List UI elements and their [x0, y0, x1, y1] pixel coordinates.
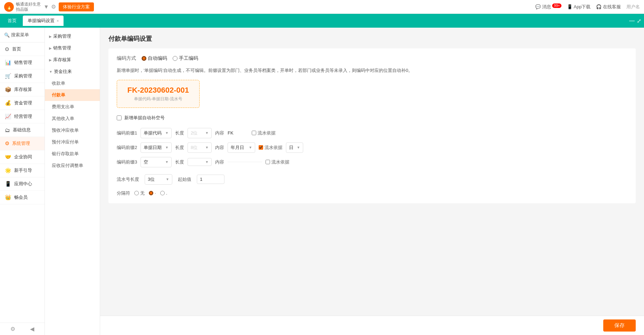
prefix2-content-select[interactable]: 年月日 ▼: [228, 142, 255, 153]
sidebar-item-system[interactable]: ⚙ 系统管理: [0, 137, 45, 150]
prefix1-len-arrow-icon: ▼: [205, 131, 209, 135]
sidebar-item-inventory[interactable]: 📦 库存核算: [0, 83, 45, 96]
auto-encode-input[interactable]: [142, 56, 146, 61]
prefix3-stream-input[interactable]: [266, 160, 270, 164]
manual-encode-radio[interactable]: 手工编码: [173, 55, 198, 62]
tab-close-icon[interactable]: ×: [57, 19, 59, 23]
sep-dot-radio[interactable]: ·: [149, 190, 156, 196]
topbar-left: 🔥 畅通道好生意 拍品版 ▼ ⚙ 体验行业方案: [4, 2, 94, 12]
sub-item-other-income[interactable]: 其他收入单: [45, 113, 100, 124]
prefix2-select[interactable]: 单据日期 ▼: [141, 142, 172, 153]
logo-text: 畅通道好生意 拍品版: [16, 2, 41, 12]
tab-home[interactable]: 首页: [3, 16, 21, 26]
prefix2-label: 编码前缀2: [117, 145, 137, 151]
prefix3-content-label: 内容: [215, 159, 224, 165]
trial-button[interactable]: 体验行业方案: [59, 2, 94, 11]
preview-code: FK-20230602-001: [127, 86, 189, 95]
search-icon: 🔍: [4, 32, 10, 38]
logo: 🔥 畅通道好生意 拍品版: [4, 2, 41, 12]
topbar: 🔥 畅通道好生意 拍品版 ▼ ⚙ 体验行业方案 💬 消息 99+ 📱 App下载…: [0, 0, 644, 14]
enterprise-icon: 🤝: [5, 154, 11, 160]
prefix1-length-select[interactable]: 2位 ▼: [188, 128, 212, 138]
dropdown-arrow-icon[interactable]: ▼: [44, 4, 49, 10]
prefix1-stream-checkbox[interactable]: 流水依据: [252, 130, 276, 136]
separator-row: 分隔符 无 · .: [117, 190, 627, 196]
bottom-bar: 保存: [100, 316, 644, 335]
prefix3-length-select[interactable]: ▼: [188, 158, 212, 166]
encode-method-row: 编码方式 自动编码 手工编码: [117, 55, 627, 62]
auto-fill-checkbox[interactable]: [117, 115, 122, 120]
sub-item-receipt[interactable]: 收款单: [45, 77, 100, 89]
sidebar-item-apps[interactable]: 📱 应用中心: [0, 177, 45, 191]
search-menu-btn[interactable]: 🔍 搜索菜单: [3, 30, 42, 39]
prefix3-select[interactable]: 空 ▼: [141, 157, 172, 167]
inventory-icon: 📦: [5, 86, 11, 93]
page-title: 付款单编码设置: [108, 35, 636, 43]
sidebar-search[interactable]: 🔍 搜索菜单: [0, 28, 45, 43]
sep-dot-input[interactable]: [149, 191, 153, 195]
sep-dash-input[interactable]: [160, 191, 165, 195]
sub-item-advance-pay[interactable]: 预付冲应付单: [45, 136, 100, 148]
message-area[interactable]: 💬 消息 99+: [535, 4, 561, 10]
serial-start-label: 起始值: [178, 176, 191, 183]
sub-group-sales-header[interactable]: ▶ 销售管理: [45, 42, 100, 54]
sub-group-inventory-header[interactable]: ▶ 库存核算: [45, 54, 100, 66]
user-avatar[interactable]: 用户名: [626, 4, 640, 10]
preview-box: FK-20230602-001 单据代码-单据日期-流水号: [117, 80, 200, 108]
prefix2-date-unit-select[interactable]: 日 ▼: [286, 142, 303, 153]
logo-icon: 🔥: [4, 2, 14, 12]
manual-encode-input[interactable]: [173, 56, 177, 61]
online-service[interactable]: 🎧 在线客服: [596, 4, 621, 10]
sub-group-purchase: ▶ 采购管理: [45, 30, 100, 42]
prefix2-length-label: 长度: [175, 145, 184, 151]
sep-dash-radio[interactable]: .: [160, 190, 167, 196]
tab-encode-settings[interactable]: 单据编码设置 ×: [23, 16, 64, 26]
sidebar-item-home[interactable]: ⊙ 首页: [0, 43, 45, 56]
sub-sidebar: ▶ 采购管理 ▶ 销售管理 ▶ 库存核算 ▼ 资金往来: [45, 28, 100, 335]
apps-icon: 📱: [5, 181, 11, 187]
prefix1-stream-input[interactable]: [252, 131, 256, 135]
sub-group-sales: ▶ 销售管理: [45, 42, 100, 54]
save-button[interactable]: 保存: [603, 319, 636, 332]
preview-desc: 单据代码-单据日期-流水号: [134, 96, 182, 102]
sub-item-ap-adj[interactable]: 应收应付调整单: [45, 160, 100, 171]
settings-icon[interactable]: ⚙: [51, 3, 56, 10]
sub-item-expense[interactable]: 费用支出单: [45, 101, 100, 113]
prefix2-stream-checkbox[interactable]: 流水依据: [259, 145, 282, 151]
sidebar-item-member[interactable]: 👑 畅会员: [0, 191, 45, 204]
prefix2-length-select[interactable]: 8位 ▼: [188, 142, 212, 153]
sub-item-bank-deposit[interactable]: 银行存取款单: [45, 148, 100, 160]
sub-group-purchase-header[interactable]: ▶ 采购管理: [45, 30, 100, 42]
prefix3-label: 编码前缀3: [117, 159, 137, 165]
sidebar-item-enterprise[interactable]: 🤝 企业协同: [0, 150, 45, 164]
sidebar-item-basic[interactable]: 🗂 基础信息: [0, 123, 45, 137]
sidebar-footer: ⚙ ◀: [0, 323, 45, 335]
sidebar-item-newguide[interactable]: 🌟 新手引导: [0, 164, 45, 177]
sep-none-radio[interactable]: 无: [134, 190, 145, 196]
auto-encode-radio[interactable]: 自动编码: [142, 55, 167, 62]
sub-item-payment[interactable]: 付款单: [45, 89, 100, 101]
encode-radio-group: 自动编码 手工编码: [142, 55, 198, 62]
serial-start-input[interactable]: [197, 175, 224, 184]
prefix1-select[interactable]: 单据代码 ▼: [141, 128, 172, 138]
serial-row: 流水号长度 3位 ▼ 起始值: [117, 174, 627, 185]
footer-settings-icon[interactable]: ⚙: [10, 326, 15, 332]
topbar-right: 💬 消息 99+ 📱 App下载 🎧 在线客服 用户名: [535, 4, 640, 10]
minimize-icon[interactable]: —: [629, 18, 635, 24]
sub-item-advance-recv[interactable]: 预收冲应收单: [45, 124, 100, 136]
maximize-icon[interactable]: ⤢: [637, 18, 641, 24]
operations-icon: 📈: [5, 113, 11, 120]
sub-group-finance-header[interactable]: ▼ 资金往来: [45, 66, 100, 77]
prefix1-length-label: 长度: [175, 130, 184, 136]
sidebar-item-finance[interactable]: 💰 资金管理: [0, 96, 45, 110]
prefix2-stream-input[interactable]: [259, 145, 263, 150]
prefix2-content-label: 内容: [215, 145, 224, 151]
sidebar-item-operations[interactable]: 📈 经营管理: [0, 110, 45, 123]
sidebar-item-purchase[interactable]: 🛒 采购管理: [0, 69, 45, 83]
sidebar-item-sales[interactable]: 📊 销售管理: [0, 56, 45, 69]
sep-none-input[interactable]: [134, 191, 139, 195]
serial-length-select[interactable]: 3位 ▼: [145, 174, 172, 185]
prefix3-stream-checkbox[interactable]: 流水依据: [266, 159, 289, 165]
footer-collapse-icon[interactable]: ◀: [30, 326, 34, 332]
app-download[interactable]: 📱 App下载: [567, 4, 590, 10]
